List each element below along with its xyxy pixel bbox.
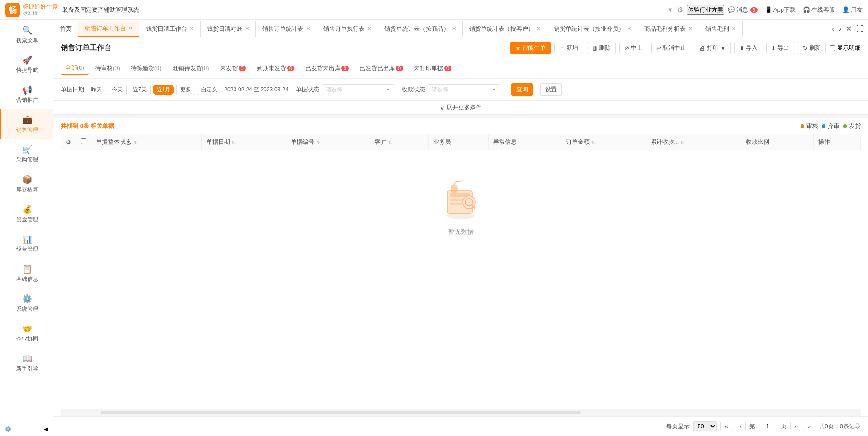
sort-number-icon[interactable]: ⇅ <box>316 140 320 145</box>
tab-cash-reconcile[interactable]: 钱货日清对账 ✕ <box>201 21 256 37</box>
date-btn-more[interactable]: 更多 <box>176 85 195 95</box>
sidebar-settings-icon[interactable]: ⚙️ <box>5 426 12 432</box>
sort-date-icon[interactable]: ⇅ <box>231 140 235 145</box>
cancel-audit-action-button[interactable]: 弃审 <box>822 122 839 130</box>
date-btn-custom[interactable]: 自定义 <box>197 85 221 95</box>
date-btn-today[interactable]: 今天 <box>108 85 127 95</box>
next-page-button[interactable]: › <box>790 422 800 431</box>
sidebar-item-quicknav[interactable]: 🚀 快捷导航 <box>0 50 53 80</box>
sidebar-item-inventory[interactable]: 📦 库存核算 <box>0 169 53 199</box>
sort-customer-icon[interactable]: ⇅ <box>388 140 392 145</box>
message-button[interactable]: 💬 消息 6 <box>728 6 758 14</box>
export-button[interactable]: ⬇ 导出 <box>766 42 794 54</box>
scrollbar-thumb[interactable] <box>101 411 580 414</box>
tab-sales-profit[interactable]: 销售毛利 ✕ <box>699 21 743 37</box>
filter-tab-pending-check[interactable]: 待拣验货(0) <box>126 62 166 74</box>
sidebar-item-marketing[interactable]: 📢 营销推广 <box>0 80 53 109</box>
date-btn-1month[interactable]: 近1月 <box>153 85 175 95</box>
tab-next-icon[interactable]: › <box>837 24 843 34</box>
tab-sales-workbench[interactable]: 销售订单工作台 ✕ <box>78 21 139 37</box>
setting-button[interactable]: 设置 <box>540 83 562 96</box>
add-button[interactable]: ＋ 新增 <box>554 42 583 54</box>
filter-tab-pending-audit[interactable]: 待审核(0) <box>91 62 125 74</box>
prev-page-button[interactable]: ‹ <box>736 422 746 431</box>
tab-sales-by-staff[interactable]: 销货单统计表（按业务员） ✕ <box>547 21 638 37</box>
industry-solution-button[interactable]: 体验行业方案 <box>687 5 724 15</box>
close-tab-icon[interactable]: ✕ <box>688 26 692 32</box>
sidebar-item-operations[interactable]: 📊 经营管理 <box>0 229 53 259</box>
filter-tab-shipped-out[interactable]: 已发货已出库0 <box>355 62 408 74</box>
show-detail-checkbox[interactable]: 显示明细 <box>830 44 861 52</box>
print-button[interactable]: 🖨 打印 ▼ <box>695 42 731 54</box>
query-button[interactable]: 查询 <box>511 83 533 96</box>
filter-tab-unprinted[interactable]: 未打印单据0 <box>409 62 456 74</box>
tab-prev-icon[interactable]: ‹ <box>830 24 836 34</box>
app-download-button[interactable]: 📱 App下载 <box>765 6 796 14</box>
date-btn-7days[interactable]: 近7天 <box>129 85 151 95</box>
filter-tab-all[interactable]: 全部(0) <box>61 62 89 75</box>
delete-button[interactable]: 🗑 删除 <box>587 42 616 54</box>
column-checkbox[interactable] <box>76 134 91 150</box>
date-btn-yesterday[interactable]: 昨天 <box>87 85 106 95</box>
close-tab-icon[interactable]: ✕ <box>537 26 541 32</box>
smart-create-button[interactable]: ★ 智能生单 <box>510 42 551 54</box>
sidebar-item-guide[interactable]: 📖 新手引导 <box>0 348 53 378</box>
sidebar-item-sales[interactable]: 💼 销售管理 <box>0 109 53 139</box>
import-button[interactable]: ⬆ 导入 <box>734 42 762 54</box>
sidebar-item-finance[interactable]: 💰 资金管理 <box>0 199 53 229</box>
sort-status-icon[interactable]: ⇅ <box>133 140 137 145</box>
sidebar-collapse-icon[interactable]: ◀ <box>44 426 48 432</box>
payment-select[interactable]: 请选择 ▼ <box>428 84 500 95</box>
tab-sales-exec[interactable]: 销售订单执行表 ✕ <box>317 21 378 37</box>
filter-tab-overdue[interactable]: 到期未发货0 <box>252 62 299 74</box>
tab-fullscreen-icon[interactable]: ⛶ <box>854 24 865 34</box>
ship-action-button[interactable]: 发货 <box>843 122 861 130</box>
sidebar-item-search[interactable]: 🔍 搜索菜单 <box>0 20 53 50</box>
show-detail-input[interactable] <box>830 45 835 51</box>
column-salesperson: 业务员 <box>429 134 489 150</box>
filter-tab-shipped-not-out[interactable]: 已发货未出库0 <box>301 62 353 74</box>
sidebar-item-enterprise[interactable]: 🤝 企业协同 <box>0 318 53 348</box>
dropdown-arrow-icon[interactable]: ▼ <box>667 6 673 13</box>
close-tab-icon[interactable]: ✕ <box>245 26 249 32</box>
audit-action-button[interactable]: 审核 <box>801 122 818 130</box>
tab-close-all-icon[interactable]: ✕ <box>844 24 854 34</box>
sidebar-item-basics[interactable]: 📋 基础信息 <box>0 259 53 289</box>
horizontal-scrollbar[interactable] <box>61 409 861 416</box>
tab-sales-by-customer[interactable]: 销货单统计表（按客户） ✕ <box>463 21 547 37</box>
tab-sales-by-product[interactable]: 销货单统计表（按商品） ✕ <box>378 21 463 37</box>
tab-sales-stats[interactable]: 销售订单统计表 ✕ <box>256 21 317 37</box>
close-tab-icon[interactable]: ✕ <box>367 26 371 32</box>
cancel-stop-button[interactable]: ↩ 取消中止 <box>651 42 691 54</box>
close-tab-icon[interactable]: ✕ <box>129 25 133 31</box>
user-button[interactable]: 👤 用友 <box>842 6 863 14</box>
tab-home[interactable]: 首页 <box>53 21 78 37</box>
close-tab-icon[interactable]: ✕ <box>732 26 736 32</box>
status-select[interactable]: 请选择 ▼ <box>322 84 394 95</box>
select-all-checkbox[interactable] <box>81 138 86 144</box>
close-tab-icon[interactable]: ✕ <box>190 26 194 32</box>
page-number-input[interactable] <box>759 422 777 431</box>
sidebar-item-system[interactable]: ⚙️ 系统管理 <box>0 289 53 318</box>
filter-tab-wangpu-ship[interactable]: 旺铺待发货(0) <box>168 62 214 74</box>
column-gear[interactable]: ⚙ <box>61 134 76 150</box>
online-service-button[interactable]: 🎧 在线客服 <box>803 6 835 14</box>
last-page-button[interactable]: » <box>804 422 815 431</box>
filter-tab-unshipped[interactable]: 未发货0 <box>216 62 250 74</box>
page-size-select[interactable]: 50 100 200 <box>693 421 717 431</box>
refresh-button[interactable]: ↻ 刷新 <box>798 42 826 54</box>
settings-icon[interactable]: ⚙ <box>677 5 683 14</box>
sort-received-icon[interactable]: ⇅ <box>681 140 684 145</box>
content-area: 首页 销售订单工作台 ✕ 钱货日清工作台 ✕ 钱货日清对账 ✕ 销售订单统计表 … <box>53 20 868 436</box>
close-tab-icon[interactable]: ✕ <box>627 26 631 32</box>
tab-cash-daily[interactable]: 钱货日清工作台 ✕ <box>139 21 201 37</box>
close-tab-icon[interactable]: ✕ <box>306 26 310 32</box>
print-dropdown-icon[interactable]: ▼ <box>720 45 726 52</box>
tab-gross-profit[interactable]: 商品毛利分析表 ✕ <box>638 21 699 37</box>
first-page-button[interactable]: « <box>720 422 732 431</box>
expand-filter-button[interactable]: ∨ 展开更多条件 <box>440 104 482 112</box>
stop-button[interactable]: ⊘ 中止 <box>619 42 647 54</box>
sort-amount-icon[interactable]: ⇅ <box>591 140 595 145</box>
close-tab-icon[interactable]: ✕ <box>452 26 456 32</box>
sidebar-item-purchase[interactable]: 🛒 采购管理 <box>0 139 53 169</box>
